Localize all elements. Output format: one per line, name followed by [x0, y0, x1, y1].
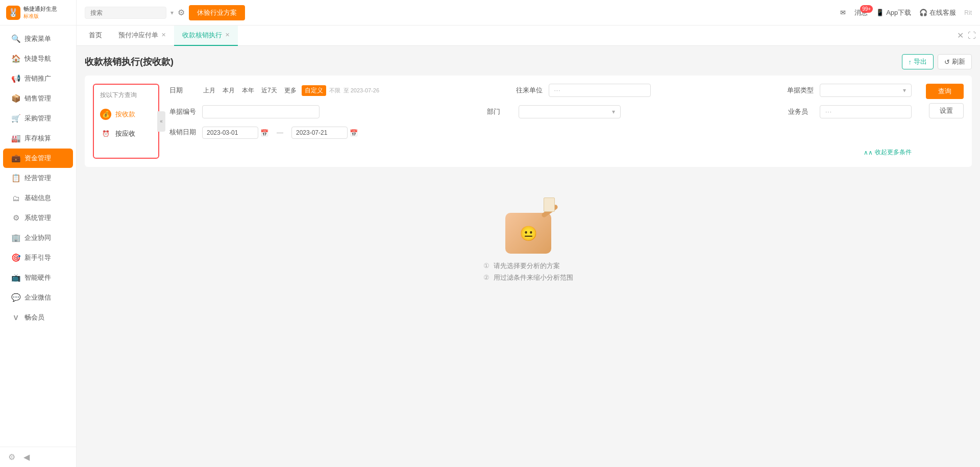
industry-solution-button[interactable]: 休验行业方案 [189, 5, 245, 20]
refresh-button[interactable]: ↺ 刷新 [938, 54, 972, 69]
sidebar-item-operation[interactable]: 📋 经营管理 [3, 168, 73, 188]
filter-option-label: 按应收 [115, 129, 135, 138]
sidebar-item-guide[interactable]: 🎯 新手引导 [3, 248, 73, 267]
tab-writeoff[interactable]: 收款核销执行 ✕ [174, 26, 238, 46]
empty-box: 😐 [505, 213, 551, 254]
system-icon: ⚙ [11, 213, 20, 223]
sidebar-item-label: 库存核算 [24, 134, 51, 143]
mobile-icon: 📱 [876, 9, 884, 16]
basic-icon: 🗂 [11, 194, 20, 203]
tab-prepay[interactable]: 预付冲应付单 ✕ [110, 26, 174, 46]
topbar-left: ▾ ⚙ 休验行业方案 [85, 5, 834, 20]
filter-option-by-receivable[interactable]: ⏰ 按应收 [94, 124, 158, 143]
topbar-chevron-icon[interactable]: ▾ [170, 9, 174, 16]
date-preset-more[interactable]: 更多 [282, 85, 299, 96]
enterprise-icon: 🏢 [11, 233, 20, 242]
tab-prepay-close-icon[interactable]: ✕ [161, 32, 166, 38]
writeoff-date-end-group: 📅 [291, 127, 358, 139]
sidebar-item-label: 营销推广 [24, 74, 51, 83]
user-name[interactable]: Rit [964, 9, 972, 16]
message-badge: 99+ [860, 5, 873, 13]
operation-icon: 📋 [11, 174, 20, 183]
export-icon: ↑ [909, 58, 912, 66]
message-button[interactable]: ✉ 99+ 消息 [840, 8, 868, 17]
member-icon: V [11, 314, 20, 322]
sidebar-item-sales[interactable]: 📦 销售管理 [3, 89, 73, 108]
tab-writeoff-close-icon[interactable]: ✕ [225, 32, 230, 38]
sidebar-item-finance[interactable]: 💼 资金管理 [3, 149, 73, 168]
app-edition: 标准版 [23, 13, 57, 20]
sidebar-item-label: 搜索菜单 [24, 34, 51, 43]
collapse-more-button[interactable]: ∧∧ 收起更多条件 [169, 146, 912, 159]
empty-tip2: ② 用过滤条件来缩小分析范围 [483, 272, 573, 283]
maximize-icon[interactable]: ⛶ [968, 31, 976, 40]
sidebar-item-search[interactable]: 🔍 搜索菜单 [3, 29, 73, 48]
writeoff-date-end-input[interactable] [291, 127, 348, 139]
sidebar-item-inventory[interactable]: 🏭 库存核算 [3, 129, 73, 148]
sidebar-item-label: 企业微信 [24, 293, 51, 302]
writeoff-start-calendar-icon[interactable]: 📅 [260, 129, 268, 137]
wechat-icon: 💬 [11, 293, 20, 302]
export-button[interactable]: ↑ 导出 [902, 54, 934, 69]
writeoff-end-calendar-icon[interactable]: 📅 [350, 129, 358, 137]
sidebar-item-basic[interactable]: 🗂 基础信息 [3, 188, 73, 208]
collapse-sidebar-icon[interactable]: ◀ [23, 452, 30, 462]
sidebar-item-wechat[interactable]: 💬 企业微信 [3, 288, 73, 307]
guide-icon: 🎯 [11, 253, 20, 262]
inventory-icon: 🏭 [11, 134, 20, 143]
counterpart-label: 往来单位 [516, 86, 543, 95]
date-preset-lastmonth[interactable]: 上月 [201, 85, 217, 96]
finance-icon: 💼 [11, 154, 20, 163]
date-preset-thisyear[interactable]: 本年 [240, 85, 256, 96]
tabbar: 首页 预付冲应付单 ✕ 收款核销执行 ✕ ✕ ⛶ [77, 26, 980, 46]
sidebar: 🐰 畅捷通好生意 标准版 🔍 搜索菜单 🏠 快捷导航 📢 营销推广 📦 销售管理… [0, 0, 77, 467]
counterpart-select[interactable]: ··· [549, 84, 651, 97]
doc-no-input[interactable] [202, 105, 320, 118]
app-logo: 🐰 畅捷通好生意 标准版 [0, 0, 76, 26]
sidebar-item-label: 基础信息 [24, 193, 51, 203]
empty-paper [544, 198, 555, 212]
staff-select[interactable]: ··· [820, 105, 912, 118]
topbar: ▾ ⚙ 休验行业方案 ✉ 99+ 消息 📱 App下载 🎧 在线客服 Rit [77, 0, 980, 26]
date-hint-label: 至 2023-07-26 [344, 87, 379, 94]
topbar-gear-icon[interactable]: ⚙ [178, 8, 185, 17]
filter-panel: 按以下方查询 💰 按收款 ⏰ 按应收 « 日期 [85, 76, 972, 167]
sidebar-item-label: 畅会员 [24, 313, 44, 322]
sidebar-item-label: 新手引导 [24, 253, 51, 262]
dept-select[interactable]: ▾ [519, 105, 621, 118]
sidebar-item-label: 快捷导航 [24, 54, 51, 63]
settings-icon[interactable]: ⚙ [8, 452, 15, 462]
date-nolimit-label: 不限 [329, 87, 340, 94]
app-download-button[interactable]: 📱 App下载 [876, 8, 911, 17]
filter-sidebar-collapse-button[interactable]: « [157, 111, 165, 132]
sidebar-item-label: 系统管理 [24, 213, 51, 223]
date-range-separator: — [275, 129, 285, 136]
message-icon: ✉ [840, 9, 846, 16]
tab-prepay-label: 预付冲应付单 [118, 31, 158, 40]
receipt-icon: 💰 [100, 109, 111, 120]
query-button[interactable]: 查询 [926, 84, 964, 99]
topbar-right: ✉ 99+ 消息 📱 App下载 🎧 在线客服 Rit [840, 8, 972, 17]
date-preset-custom[interactable]: 自定义 [302, 85, 326, 96]
dept-dropdown-icon: ▾ [612, 108, 615, 115]
sidebar-item-system[interactable]: ⚙ 系统管理 [3, 208, 73, 228]
filter-option-by-receipt[interactable]: 💰 按收款 [94, 105, 158, 124]
sidebar-item-quicknav[interactable]: 🏠 快捷导航 [3, 49, 73, 68]
online-service-button[interactable]: 🎧 在线客服 [919, 8, 956, 17]
close-window-icon[interactable]: ✕ [957, 31, 964, 40]
date-preset-thismonth[interactable]: 本月 [220, 85, 237, 96]
doc-type-select[interactable]: ▾ [820, 84, 912, 97]
doc-no-label: 单据编号 [169, 107, 196, 116]
date-preset-7days[interactable]: 近7天 [259, 85, 279, 96]
sidebar-item-marketing[interactable]: 📢 营销推广 [3, 69, 73, 88]
setting-button[interactable]: 设置 [929, 103, 964, 118]
sidebar-item-hardware[interactable]: 📺 智能硬件 [3, 268, 73, 287]
sidebar-item-member[interactable]: V 畅会员 [3, 308, 73, 327]
writeoff-date-start-input[interactable] [202, 127, 258, 139]
sidebar-item-enterprise[interactable]: 🏢 企业协同 [3, 228, 73, 248]
sidebar-item-purchase[interactable]: 🛒 采购管理 [3, 109, 73, 128]
tab-home[interactable]: 首页 [81, 26, 110, 46]
filter-row-docno: 单据编号 部门 ▾ 业务员 ··· [169, 105, 912, 118]
collapse-icon: « [160, 118, 163, 124]
topbar-search-input[interactable] [85, 7, 166, 19]
